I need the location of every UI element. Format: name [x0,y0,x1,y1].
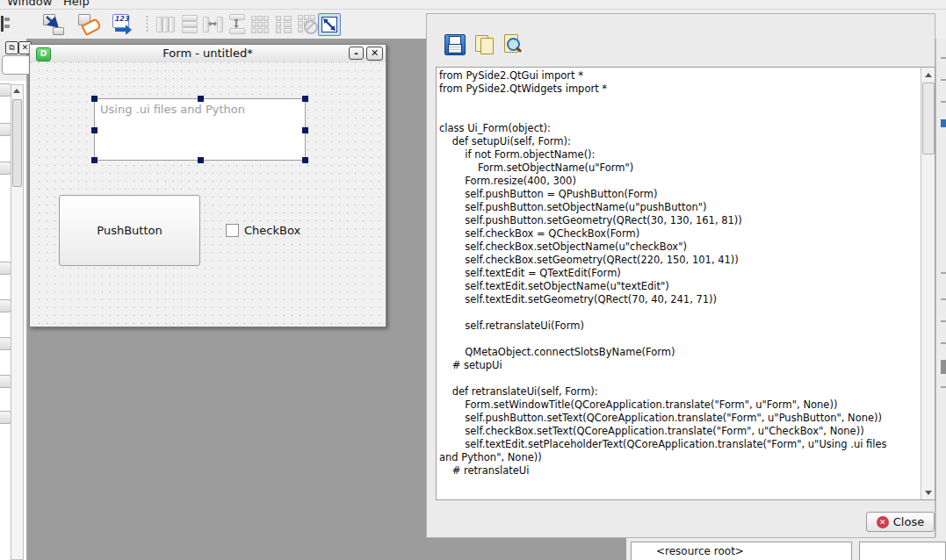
selection-handle[interactable] [302,127,308,133]
form-canvas[interactable]: Using .ui files and Python PushButton Ch… [32,62,386,327]
selection-handle[interactable] [198,157,204,163]
resource-root-item[interactable]: <resource root> [632,542,744,557]
widget-box-list [0,81,26,560]
layout-vertical-splitter-icon [226,13,247,34]
resource-browser-panel: <resource root> [626,537,946,560]
property-editor-sliver [935,39,946,540]
selection-handle[interactable] [91,157,97,163]
layout-horizontally-icon [155,13,176,34]
close-x-icon: ✕ [877,516,889,528]
scroll-up-icon[interactable] [921,68,935,81]
save-icon[interactable] [444,34,466,55]
widget-box-panel: ⧉ ✕ [0,39,27,560]
selection-handle[interactable] [91,96,97,102]
form-editor-window: D Form - untitled* - ✕ Using .ui files a… [29,44,386,327]
edit-widgets-icon[interactable] [0,13,11,34]
code-view[interactable]: from PySide2.QtGui import * from PySide2… [436,67,935,500]
layout-horizontal-splitter-icon [202,13,223,34]
minimize-button[interactable]: - [349,47,364,60]
resource-list[interactable] [859,542,946,560]
selection-handle[interactable] [302,157,308,163]
scroll-up-icon[interactable] [13,89,20,93]
checkbox-label: CheckBox [244,224,300,237]
selected-row-sliver [941,119,946,127]
form-window-titlebar[interactable]: D Form - untitled* - ✕ [30,45,386,63]
checkbox-indicator[interactable] [226,224,239,237]
scrollbar-thumb[interactable] [12,99,22,187]
layout-grid-icon [249,13,271,34]
menu-help[interactable]: Help [63,0,90,8]
code-text: from PySide2.QtGui import * from PySide2… [437,68,921,499]
scrollbar-thumb[interactable] [922,83,935,154]
code-scrollbar[interactable] [921,68,935,499]
qt-designer-screen: Window Help 123 [0,0,946,560]
close-button[interactable]: ✕ Close [866,512,935,532]
adjust-size-icon[interactable] [318,13,341,36]
close-button-label: Close [893,515,924,528]
widget-box-scrollbar[interactable] [11,84,24,560]
dock-float-icon[interactable]: ⧉ [5,41,18,54]
edit-tab-order-icon[interactable]: 123 [112,13,133,34]
code-preview-dialog: from PySide2.QtGui import * from PySide2… [426,13,935,538]
toolbar-separator [146,15,148,32]
selection-handle[interactable] [91,127,97,133]
scroll-down-icon[interactable] [921,486,935,499]
edit-buddies-icon[interactable] [77,13,98,34]
edit-signals-slots-icon[interactable] [42,13,63,34]
resource-tree[interactable]: <resource root> [631,542,852,560]
layout-vertically-icon [178,13,199,34]
menubar: Window Help [0,0,946,10]
pushbutton-label: PushButton [97,224,162,237]
widget-filter-input[interactable] [2,55,32,75]
find-icon[interactable] [502,34,522,54]
selection-handle[interactable] [198,96,204,102]
checkbox-widget[interactable]: CheckBox [226,212,314,248]
close-window-button[interactable]: ✕ [366,47,383,61]
selection-handle[interactable] [302,96,308,102]
layout-form-icon [273,13,294,34]
break-layout-icon [297,13,318,34]
copy-icon[interactable] [474,34,494,54]
textedit-widget[interactable]: Using .ui files and Python [94,98,306,161]
pushbutton-widget[interactable]: PushButton [59,195,200,266]
menu-window[interactable]: Window [7,0,52,8]
form-window-title: Form - untitled* [30,47,386,60]
